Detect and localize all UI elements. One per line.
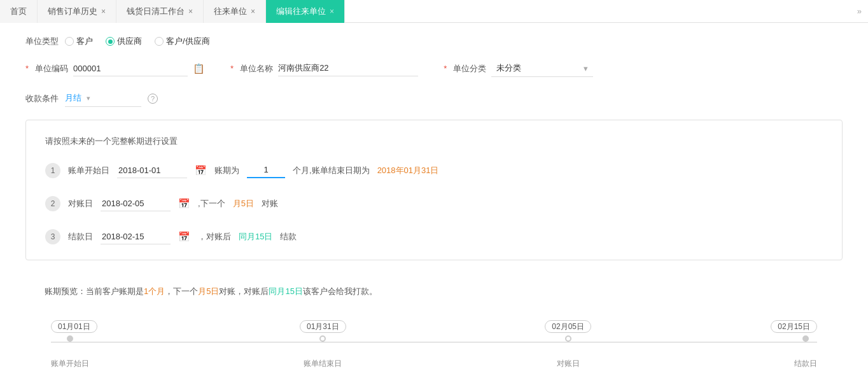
close-partner-units[interactable]: × <box>251 7 255 16</box>
payment-terms-select[interactable]: 月结 ▾ <box>65 90 141 107</box>
close-sales-history[interactable]: × <box>101 7 106 16</box>
node4-label: 结款日 <box>794 358 817 369</box>
tab-bar: 首页 销售订单历史 × 钱货日清工作台 × 往来单位 × 编辑往来单位 × » <box>0 0 868 23</box>
node4-date: 02月15日 <box>771 321 817 332</box>
payment-terms-chevron: ▾ <box>87 94 90 102</box>
calendar-icon-2[interactable]: 📅 <box>178 198 190 209</box>
tab-expand-button[interactable]: » <box>851 0 868 22</box>
unit-code-group: * 单位编码 📋 <box>25 61 205 76</box>
setting-number-2: 2 <box>45 196 60 211</box>
calendar-icon-1[interactable]: 📅 <box>195 165 207 176</box>
setting-label-3: 结款日 <box>68 231 93 243</box>
unit-code-label: 单位编码 <box>35 63 68 74</box>
unit-code-required: * <box>25 64 29 73</box>
unit-name-label: 单位名称 <box>240 63 273 74</box>
unit-category-group: * 单位分类 未分类 ▾ <box>444 60 593 77</box>
settings-title: 请按照未来的一个完整帐期进行设置 <box>45 136 823 147</box>
node2-label: 账单结束日 <box>304 358 342 369</box>
unit-type-row: 单位类型 客户 供应商 客户/供应商 <box>25 36 843 47</box>
unit-category-required: * <box>444 64 447 73</box>
node1-date: 01月01日 <box>51 321 97 332</box>
node1-label: 账单开始日 <box>51 358 89 369</box>
setting-row-1: 1 账单开始日 📅 账期为 个月,账单结束日期为 2018年01月31日 <box>45 162 823 178</box>
tab-cash-workbench[interactable]: 钱货日清工作台 × <box>116 0 204 23</box>
period-unit: 个月,账单结束日期为 <box>293 165 370 176</box>
row3-prefix: ，对账后 <box>198 231 231 243</box>
setting-date-1[interactable] <box>117 163 187 178</box>
row3-highlight: 同月15日 <box>239 231 272 243</box>
unit-category-select[interactable]: 未分类 ▾ <box>491 60 593 77</box>
radio-circle-customer <box>65 37 74 46</box>
row2-highlight: 月5日 <box>233 198 254 209</box>
unit-type-label: 单位类型 <box>25 36 59 47</box>
preview-highlight2: 月5日 <box>198 286 219 296</box>
tab-partner-units[interactable]: 往来单位 × <box>204 0 266 23</box>
setting-date-3[interactable] <box>101 229 171 244</box>
preview-text: 账期预览：当前客户账期是1个月，下一个月5日对账，对账后同月15日该客户会给我打… <box>45 286 823 297</box>
unit-name-group: * 单位名称 <box>230 61 418 76</box>
preview-section: 账期预览：当前客户账期是1个月，下一个月5日对账，对账后同月15日该客户会给我打… <box>25 273 843 369</box>
timeline-node-4: 02月15日 结款日 <box>794 335 817 369</box>
tab-home[interactable]: 首页 <box>0 0 38 23</box>
main-content: 单位类型 客户 供应商 客户/供应商 * 单位编码 📋 * 单位名称 <box>0 23 868 387</box>
radio-circle-supplier <box>106 37 115 46</box>
period-end-date: 2018年01月31日 <box>377 165 439 176</box>
preview-highlight1: 1个月 <box>144 286 165 296</box>
setting-date-2[interactable] <box>101 196 171 211</box>
unit-type-radio-group: 客户 供应商 客户/供应商 <box>65 36 210 47</box>
row2-prefix: ,下一个 <box>198 198 225 209</box>
unit-code-input[interactable] <box>73 61 188 76</box>
calendar-icon-3[interactable]: 📅 <box>178 231 190 243</box>
unit-code-icon[interactable]: 📋 <box>193 63 205 74</box>
setting-row-2: 2 对账日 📅 ,下一个月5日对账 <box>45 196 823 211</box>
period-label: 账期为 <box>214 165 239 176</box>
radio-both[interactable]: 客户/供应商 <box>155 36 210 47</box>
setting-label-1: 账单开始日 <box>68 165 109 176</box>
node3-date: 02月05日 <box>545 321 591 332</box>
setting-label-2: 对账日 <box>68 198 93 209</box>
help-icon[interactable]: ? <box>148 94 158 104</box>
timeline-node-2: 01月31日 账单结束日 <box>304 335 342 369</box>
row3-suffix: 结款 <box>280 231 297 243</box>
node2-date: 01月31日 <box>300 321 346 332</box>
period-value-input[interactable] <box>247 162 285 178</box>
close-cash-workbench[interactable]: × <box>188 7 193 16</box>
unit-category-chevron: ▾ <box>584 64 588 73</box>
radio-circle-both <box>155 37 164 46</box>
radio-customer[interactable]: 客户 <box>65 36 93 47</box>
setting-number-1: 1 <box>45 163 60 178</box>
radio-supplier[interactable]: 供应商 <box>106 36 142 47</box>
tab-edit-partner[interactable]: 编辑往来单位 × <box>266 0 345 23</box>
timeline-node-1: 01月01日 账单开始日 <box>51 335 89 369</box>
unit-category-label: 单位分类 <box>453 63 486 74</box>
timeline-wrapper: 01月01日 账单开始日 01月31日 账单结束日 <box>45 316 823 369</box>
preview-highlight3: 同月15日 <box>269 286 302 296</box>
payment-terms-row: 收款条件 月结 ▾ ? <box>25 90 843 107</box>
timeline-node-3: 02月05日 对账日 <box>557 335 580 369</box>
node3-label: 对账日 <box>557 358 580 369</box>
setting-number-3: 3 <box>45 229 60 244</box>
close-edit-partner[interactable]: × <box>330 7 334 16</box>
unit-info-row: * 单位编码 📋 * 单位名称 * 单位分类 未分类 ▾ <box>25 60 843 77</box>
payment-terms-label: 收款条件 <box>25 93 59 104</box>
setting-row-3: 3 结款日 📅 ，对账后同月15日结款 <box>45 229 823 244</box>
unit-name-required: * <box>230 64 234 73</box>
unit-name-input[interactable] <box>278 61 418 76</box>
row2-suffix: 对账 <box>262 198 278 209</box>
settings-box: 请按照未来的一个完整帐期进行设置 1 账单开始日 📅 账期为 个月,账单结束日期… <box>25 120 843 260</box>
tab-sales-history[interactable]: 销售订单历史 × <box>38 0 116 23</box>
